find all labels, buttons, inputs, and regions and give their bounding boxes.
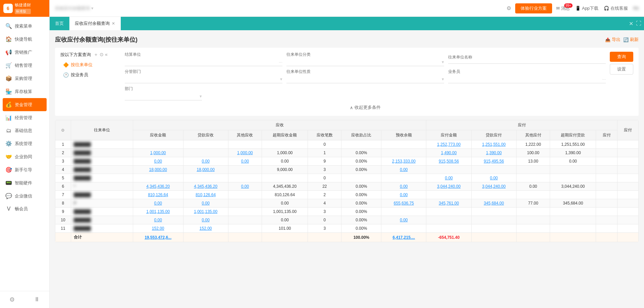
- table-cell[interactable]: 810,126.64: [133, 191, 183, 199]
- tab-arap[interactable]: 应收应付余额查询 ✕: [69, 17, 121, 30]
- dept-arrow: ▾: [200, 94, 202, 99]
- table-cell[interactable]: 0.00: [133, 157, 183, 166]
- table-cell[interactable]: 915,495.56: [471, 157, 516, 166]
- sidebar-item-inventory[interactable]: 🏪库存核算: [0, 85, 49, 98]
- tab-home[interactable]: 首页: [50, 17, 69, 30]
- export-button[interactable]: 📤 导出: [605, 37, 621, 43]
- dept-select[interactable]: ▾: [125, 92, 202, 100]
- sidebar-item-sales[interactable]: 🛒销售管理: [0, 59, 49, 72]
- table-cell: [517, 216, 550, 224]
- sidebar-item-basic[interactable]: 🗂基础信息: [0, 124, 49, 137]
- table-cell[interactable]: 1,390.00: [471, 149, 516, 157]
- table-cell[interactable]: 0.00: [381, 166, 426, 174]
- table-cell[interactable]: 152.00: [183, 224, 228, 233]
- topbar-gear-icon[interactable]: ⚙: [506, 5, 511, 11]
- add-scheme-icon[interactable]: ＋: [94, 52, 98, 58]
- table-cell[interactable]: 0.00: [426, 174, 471, 182]
- collapse-more-button[interactable]: ∧ 收起更多条件: [348, 103, 382, 112]
- table-cell[interactable]: 1,001,135.00: [183, 208, 228, 216]
- table-cell[interactable]: 1,000.00: [133, 149, 183, 157]
- table-cell: 10: [55, 216, 71, 224]
- table-cell: 3: [308, 166, 341, 174]
- unit-nature-select[interactable]: ▾: [286, 75, 444, 83]
- settings-scheme-icon[interactable]: ⊙: [100, 52, 104, 58]
- sidebar-item-search[interactable]: 🔍搜索菜单: [0, 19, 49, 33]
- sidebar-item-cooperation[interactable]: 🤝企业协同: [0, 150, 49, 163]
- sidebar-item-guide[interactable]: 🎯新手引导: [0, 163, 49, 176]
- table-cell[interactable]: 0.00: [183, 157, 228, 166]
- sidebar-item-operation[interactable]: 📊经营管理: [0, 111, 49, 124]
- sidebar-item-member[interactable]: V畅会员: [0, 203, 49, 215]
- refresh-button[interactable]: 🔄 刷新: [623, 37, 639, 43]
- tab-close-icon[interactable]: ✕: [112, 21, 115, 26]
- cooperation-icon: 🤝: [5, 153, 12, 160]
- table-cell[interactable]: 655,636.75: [381, 199, 426, 208]
- table-cell[interactable]: 1,000.00: [228, 149, 262, 157]
- table-cell: 3,044,240.00: [550, 182, 596, 191]
- th-ar-advance: 预收余额: [381, 130, 426, 140]
- user-button[interactable]: Rit: [633, 6, 639, 11]
- table-cell[interactable]: 3,044,240.00: [426, 182, 471, 191]
- table-cell[interactable]: 0.00: [133, 216, 183, 224]
- table-cell[interactable]: 18,000.00: [183, 166, 228, 174]
- table-cell[interactable]: 0.00: [228, 157, 262, 166]
- app-download-button[interactable]: 📱 App下载: [575, 5, 598, 11]
- table-cell[interactable]: 0.00: [471, 174, 516, 182]
- table-cell[interactable]: 1,251,551.00: [471, 140, 516, 149]
- table-cell[interactable]: 0.00: [183, 199, 228, 208]
- service-button[interactable]: 🎧 在线客服: [604, 5, 628, 11]
- filter-by-unit[interactable]: 🔶 按往来单位: [60, 60, 121, 69]
- query-button[interactable]: 查询: [610, 52, 633, 62]
- table-cell[interactable]: 4,345,436.20: [183, 182, 228, 191]
- table-cell[interactable]: 0.00: [133, 199, 183, 208]
- table-cell[interactable]: 1,490.00: [426, 149, 471, 157]
- th-settings[interactable]: ⚙: [55, 120, 71, 140]
- unit-category-select[interactable]: ▾: [286, 58, 444, 66]
- table-cell[interactable]: 1,252,773.00: [426, 140, 471, 149]
- collapse-scheme-icon[interactable]: «: [105, 52, 108, 58]
- table-cell[interactable]: 0.00: [228, 182, 262, 191]
- sidebar-item-quicknav[interactable]: 🏠快捷导航: [0, 33, 49, 46]
- filter-by-staff[interactable]: 🕐 按业务员: [60, 71, 121, 79]
- table-cell: [617, 216, 638, 224]
- table-cell[interactable]: 152.00: [133, 224, 183, 233]
- table-cell[interactable]: 2,153,333.00: [381, 157, 426, 166]
- settings-button[interactable]: 设置: [610, 64, 633, 75]
- sidebar-item-purchase[interactable]: 📦采购管理: [0, 72, 49, 85]
- sidebar-item-finance[interactable]: 💰资金管理: [3, 98, 47, 111]
- table-cell[interactable]: 345,761.00: [426, 199, 471, 208]
- tab-close-window-icon[interactable]: ✕: [629, 20, 633, 27]
- table-cell[interactable]: 0.00: [381, 216, 426, 224]
- table-cell[interactable]: 1,001,135.00: [133, 208, 183, 216]
- table-cell[interactable]: 915,508.56: [426, 157, 471, 166]
- sidebar-item-marketing[interactable]: 📢营销推广: [0, 46, 49, 59]
- dept-manager-select[interactable]: ▾: [125, 75, 282, 83]
- tab-maximize-icon[interactable]: ⛶: [636, 20, 641, 27]
- topbar-actions: ✉ 消息 99+ 📱 App下载 🎧 在线客服 Rit: [556, 5, 639, 11]
- message-button[interactable]: ✉ 消息 99+: [556, 5, 570, 11]
- total-ar-amount[interactable]: 19,553,472,6...: [133, 233, 183, 242]
- table-cell[interactable]: 0.00: [183, 216, 228, 224]
- total-ar-advance[interactable]: 6,417,215....: [381, 233, 426, 242]
- table-cell[interactable]: 4,345,436.20: [133, 182, 183, 191]
- table-cell[interactable]: 18,000.00: [133, 166, 183, 174]
- table-row: 11██████152.00152.00101.0030.00%: [55, 224, 639, 233]
- table-settings-icon[interactable]: ⚙: [61, 128, 65, 133]
- settings-bottom-icon[interactable]: ⚙: [7, 295, 17, 305]
- salesperson-input[interactable]: ···: [448, 75, 606, 83]
- table-cell[interactable]: 810,126.64: [183, 191, 228, 199]
- table-cell[interactable]: 3,044,240.00: [471, 182, 516, 191]
- settlement-unit-input[interactable]: ···: [125, 58, 282, 66]
- table-cell: [183, 140, 228, 149]
- sidebar-item-system[interactable]: ⚙️系统管理: [0, 137, 49, 150]
- industry-solution-button[interactable]: 体验行业方案: [515, 3, 552, 13]
- table-cell[interactable]: 345,684.00: [471, 199, 516, 208]
- unit-name-input[interactable]: [448, 61, 606, 64]
- table-cell[interactable]: 0.00: [381, 182, 426, 191]
- sidebar-item-wechat[interactable]: 💬企业微信: [0, 189, 49, 203]
- unit-cell: P: [71, 199, 133, 208]
- table-cell[interactable]: 0.00: [381, 191, 426, 199]
- collapse-bottom-icon[interactable]: ⏸: [31, 295, 43, 305]
- refresh-icon: 🔄: [623, 37, 629, 42]
- sidebar-item-hardware[interactable]: 📟智能硬件: [0, 176, 49, 189]
